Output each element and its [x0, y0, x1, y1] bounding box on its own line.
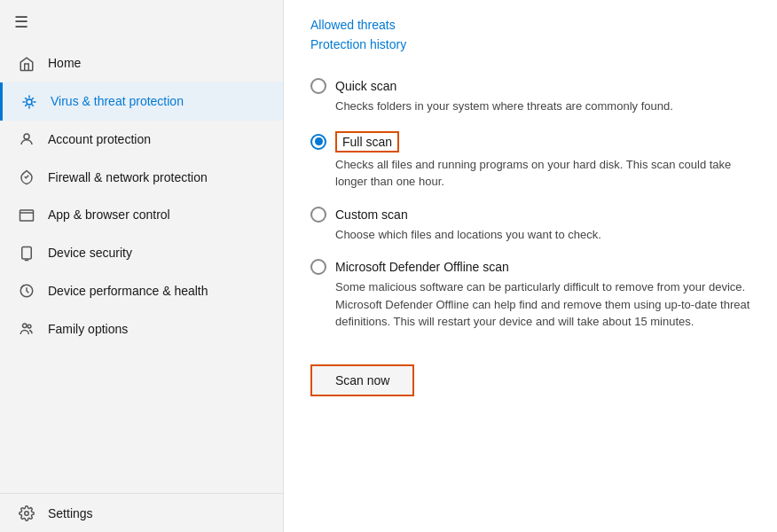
sidebar-settings-label: Settings — [48, 506, 93, 520]
custom-scan-radio[interactable] — [310, 207, 326, 223]
sidebar-item-device-security[interactable]: Device security — [0, 234, 283, 272]
svg-point-0 — [27, 99, 32, 105]
family-icon — [18, 320, 35, 337]
offline-scan-header[interactable]: Microsoft Defender Offline scan — [310, 259, 750, 275]
svg-point-5 — [27, 325, 31, 328]
sidebar-item-account[interactable]: Account protection — [0, 121, 283, 159]
quick-scan-radio[interactable] — [310, 78, 326, 94]
full-scan-label: Full scan — [335, 131, 399, 153]
full-scan-radio[interactable] — [310, 134, 326, 150]
app-browser-icon — [18, 207, 35, 223]
svg-point-1 — [24, 134, 29, 139]
svg-rect-2 — [20, 210, 34, 221]
sidebar-item-label: Home — [48, 56, 81, 70]
main-panel: Allowed threats Protection history Quick… — [284, 0, 777, 532]
sidebar-item-label: Device security — [48, 246, 132, 260]
protection-history-link[interactable]: Protection history — [310, 37, 750, 51]
sidebar-item-settings[interactable]: Settings — [0, 493, 283, 532]
sidebar-item-label: Device performance & health — [48, 284, 208, 298]
sidebar-item-label: Account protection — [48, 132, 151, 146]
device-security-icon — [18, 245, 35, 262]
custom-scan-desc: Choose which files and locations you wan… — [335, 226, 750, 244]
custom-scan-option: Custom scan Choose which files and locat… — [310, 207, 750, 244]
home-icon — [18, 55, 35, 72]
sidebar-item-virus[interactable]: Virus & threat protection — [0, 82, 283, 121]
sidebar-item-device-perf[interactable]: Device performance & health — [0, 272, 283, 310]
sidebar-item-label: Virus & threat protection — [51, 94, 184, 108]
radio-inner-dot — [315, 137, 323, 145]
firewall-icon — [18, 168, 35, 185]
custom-scan-header[interactable]: Custom scan — [310, 207, 750, 223]
full-scan-option: Full scan Checks all files and running p… — [310, 131, 750, 191]
quick-scan-label: Quick scan — [335, 79, 396, 93]
hamburger-menu[interactable]: ☰ — [0, 0, 283, 44]
full-scan-header[interactable]: Full scan — [310, 131, 750, 153]
offline-scan-option: Microsoft Defender Offline scan Some mal… — [310, 259, 750, 331]
sidebar-item-app-browser[interactable]: App & browser control — [0, 196, 283, 234]
quick-scan-desc: Checks folders in your system where thre… — [335, 98, 750, 115]
settings-icon — [18, 505, 35, 521]
svg-point-6 — [25, 512, 29, 516]
offline-scan-radio[interactable] — [310, 259, 326, 275]
sidebar-item-label: Family options — [48, 322, 128, 336]
account-icon — [18, 131, 35, 148]
sidebar-item-home[interactable]: Home — [0, 44, 283, 82]
quick-scan-header[interactable]: Quick scan — [310, 78, 750, 94]
allowed-threats-link[interactable]: Allowed threats — [310, 18, 750, 32]
hamburger-icon: ☰ — [14, 13, 28, 31]
virus-icon — [20, 93, 38, 110]
offline-scan-desc: Some malicious software can be particula… — [335, 278, 750, 331]
sidebar-item-family[interactable]: Family options — [0, 309, 283, 348]
sidebar: ☰ Home Virus & threat protection — [0, 0, 284, 532]
full-scan-desc: Checks all files and running programs on… — [335, 156, 750, 191]
scan-now-container: Scan now — [310, 347, 750, 396]
scan-now-button[interactable]: Scan now — [310, 364, 414, 396]
svg-point-4 — [23, 324, 27, 328]
device-perf-icon — [18, 283, 35, 300]
quick-scan-option: Quick scan Checks folders in your system… — [310, 78, 750, 115]
sidebar-item-label: App & browser control — [48, 207, 170, 222]
sidebar-item-firewall[interactable]: Firewall & network protection — [0, 158, 283, 196]
custom-scan-label: Custom scan — [335, 207, 408, 222]
offline-scan-label: Microsoft Defender Offline scan — [335, 260, 509, 274]
links-section: Allowed threats Protection history — [310, 18, 750, 57]
sidebar-item-label: Firewall & network protection — [48, 170, 208, 184]
